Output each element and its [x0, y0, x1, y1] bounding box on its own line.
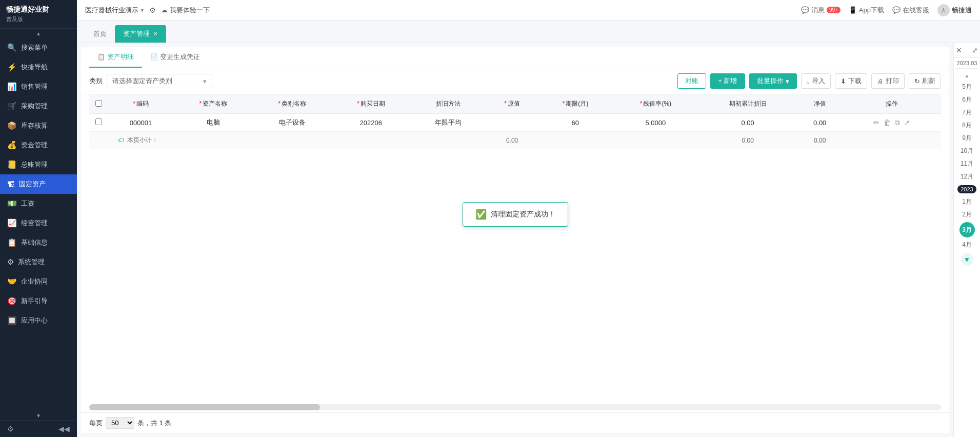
timeline-month-4[interactable]: 4月	[954, 239, 980, 251]
user-menu[interactable]: 人 畅捷通	[937, 4, 972, 16]
import-label: 导入	[812, 76, 825, 86]
refresh-button[interactable]: ↻ 刷新	[909, 73, 941, 89]
right-panel-expand-icon[interactable]: ⤢	[972, 46, 978, 54]
sidebar-item-销售管理[interactable]: 📊销售管理	[0, 77, 77, 96]
timeline-month-6[interactable]: 6月	[954, 93, 980, 106]
delete-icon[interactable]: 🗑	[884, 118, 891, 127]
toolbar-right: 对账 + 新增 批量操作 ▾ ↓ 导入 ⬇ 下载	[677, 73, 941, 89]
company-selector[interactable]: 医疗器械行业演示 ▾	[85, 6, 144, 15]
sidebar-label-5: 资金管理	[21, 141, 48, 150]
print-icon: 🖨	[877, 77, 884, 85]
sidebar-item-企业协同[interactable]: 🤝企业协同	[0, 272, 77, 291]
subtab-asset-detail[interactable]: 📋 资产明细	[89, 47, 142, 68]
timeline-month-12[interactable]: 12月	[954, 170, 980, 183]
sidebar-icon-1: ⚡	[7, 63, 17, 72]
tabbar: 首页 资产管理 ✕	[77, 21, 980, 43]
timeline-scroll-down[interactable]: ▼	[961, 253, 973, 266]
feedback-btn[interactable]: ☁ 我要体验一下	[161, 6, 210, 15]
service-icon: 💬	[892, 6, 901, 14]
cell-initial-accumulated: 0.00	[698, 114, 796, 132]
tab-close-icon[interactable]: ✕	[153, 30, 158, 37]
message-btn[interactable]: 💬 消息 99+	[801, 6, 841, 15]
timeline-month-7[interactable]: 7月	[954, 106, 980, 119]
sidebar-scroll-up[interactable]: ▲	[0, 29, 77, 38]
sidebar-label-8: 工资	[21, 199, 34, 208]
table-header-row: *编码 *资产名称 *类别名称 *购买日期 折旧方法 *原值 *期限(月) *残…	[89, 94, 941, 114]
sidebar-item-资金管理[interactable]: 💰资金管理	[0, 135, 77, 155]
header-checkbox-cell	[89, 94, 108, 114]
sidebar-item-经营管理[interactable]: 📈经营管理	[0, 213, 77, 233]
print-button[interactable]: 🖨 打印	[871, 73, 905, 89]
select-all-checkbox[interactable]	[95, 100, 102, 107]
sidebar-item-系统管理[interactable]: ⚙系统管理	[0, 252, 77, 272]
sidebar-item-固定资产[interactable]: 🏗固定资产	[0, 174, 77, 194]
tab-asset-management[interactable]: 资产管理 ✕	[115, 25, 166, 43]
import-button[interactable]: ↓ 导入	[801, 73, 831, 89]
timeline-month-9[interactable]: 9月	[954, 132, 980, 145]
sidebar-item-应用中心[interactable]: 🔲应用中心	[0, 311, 77, 330]
right-panel-close-icon[interactable]: ✕	[956, 46, 962, 54]
collapse-icon[interactable]: ◀◀	[58, 425, 70, 433]
subtotal-original-value: 0.00	[486, 132, 538, 149]
timeline-month-1[interactable]: 1月	[954, 195, 980, 208]
timeline-month-5[interactable]: 5月	[954, 81, 980, 93]
subtotal-icon: 🏷	[118, 137, 124, 143]
batch-button[interactable]: 批量操作 ▾	[749, 73, 797, 89]
header-initial-accumulated: 期初累计折旧	[698, 94, 796, 114]
timeline-scroll-up[interactable]: ▲	[963, 71, 972, 81]
tab-asset-label: 资产管理	[123, 29, 150, 38]
refresh-icon: ↻	[914, 77, 920, 85]
app-download-btn[interactable]: 📱 App下载	[849, 6, 884, 15]
subtotal-net-value: 0.00	[797, 132, 843, 149]
timeline-month-3-current[interactable]: 3月	[959, 222, 975, 237]
topbar-gear-icon[interactable]: ⚙	[149, 6, 156, 14]
sidebar: 畅捷通好业财 普及版 ▲ 🔍搜索菜单⚡快捷导航📊销售管理🛒采购管理📦库存核算💰资…	[0, 0, 77, 437]
new-button[interactable]: + 新增	[710, 73, 745, 89]
timeline-year-2023[interactable]: 2023	[957, 185, 976, 193]
category-filter[interactable]: 请选择固定资产类别 ▾	[107, 74, 212, 88]
subtab-voucher-icon: 📄	[150, 53, 158, 61]
company-dropdown-icon: ▾	[141, 6, 144, 14]
sidebar-icon-9: 📈	[7, 218, 17, 228]
reconcile-button[interactable]: 对账	[677, 73, 706, 89]
sidebar-item-搜索菜单[interactable]: 🔍搜索菜单	[0, 38, 77, 57]
sidebar-icon-12: 🤝	[7, 277, 17, 286]
service-label: 在线客服	[903, 6, 929, 15]
timeline-month-8[interactable]: 8月	[954, 119, 980, 132]
timeline: ▲ 5月 6月 7月 8月 9月 10月 11月 12月 2023 1月 2月 …	[954, 69, 980, 437]
sidebar-label-0: 搜索菜单	[21, 43, 48, 52]
content-wrap: 📋 资产明细 📄 变更生成凭证 类别 请选择固定资产类别 ▾	[77, 43, 980, 437]
sidebar-item-采购管理[interactable]: 🛒采购管理	[0, 96, 77, 116]
sidebar-item-新手引导[interactable]: 🎯新手引导	[0, 291, 77, 311]
per-page-select[interactable]: 50 100 200	[106, 417, 134, 429]
timeline-month-10[interactable]: 10月	[954, 145, 980, 157]
download-button[interactable]: ⬇ 下载	[835, 73, 867, 89]
success-toast: ✅ 清理固定资产成功！	[463, 202, 568, 227]
sidebar-scroll-down[interactable]: ▼	[0, 411, 77, 420]
panel-year-label: 2023.03	[956, 58, 978, 69]
subtab-voucher[interactable]: 📄 变更生成凭证	[142, 47, 208, 68]
timeline-month-2[interactable]: 2月	[954, 208, 980, 221]
sidebar-item-快捷导航[interactable]: ⚡快捷导航	[0, 57, 77, 77]
sidebar-icon-13: 🎯	[7, 296, 17, 306]
sidebar-item-基础信息[interactable]: 📋基础信息	[0, 233, 77, 252]
sidebar-item-库存核算[interactable]: 📦库存核算	[0, 116, 77, 135]
message-icon: 💬	[801, 6, 809, 14]
subtab-detail-icon: 📋	[97, 53, 105, 61]
sidebar-item-工资[interactable]: 💵工资	[0, 194, 77, 213]
operation-icons: ✏ 🗑 ⧉ ↗	[847, 118, 937, 127]
row-checkbox[interactable]	[95, 118, 102, 125]
filter-placeholder: 请选择固定资产类别	[112, 76, 172, 86]
pagination: 每页 50 100 200 条，共 1 条	[81, 412, 949, 433]
timeline-month-11[interactable]: 11月	[954, 157, 980, 170]
sidebar-label-2: 销售管理	[21, 82, 48, 91]
online-service-btn[interactable]: 💬 在线客服	[892, 6, 929, 15]
settings-icon[interactable]: ⚙	[7, 425, 14, 433]
horizontal-scrollbar[interactable]	[89, 404, 941, 410]
copy-icon[interactable]: ⧉	[895, 118, 900, 127]
more-icon[interactable]: ↗	[904, 118, 910, 127]
total-label: 条，共 1 条	[137, 419, 171, 428]
edit-icon[interactable]: ✏	[873, 118, 879, 127]
sidebar-item-总账管理[interactable]: 📒总账管理	[0, 155, 77, 174]
tab-home[interactable]: 首页	[85, 25, 115, 43]
